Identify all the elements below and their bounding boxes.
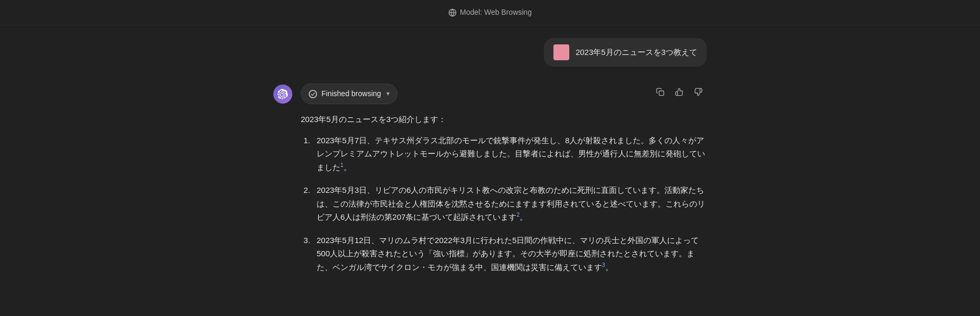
assistant-response-text: 2023年5月のニュースを3つ紹介します： 2023年5月7日、テキサス州ダラス… <box>301 113 707 274</box>
news-item-3: 2023年5月12日、マリのムラ村で2022年3月に行われた5日間の作戦中に、マ… <box>312 234 707 274</box>
copy-button[interactable] <box>652 83 669 100</box>
thumbs-up-button[interactable] <box>671 83 688 100</box>
news-list: 2023年5月7日、テキサス州ダラス北部のモールで銃撃事件が発生し、8人が射殺さ… <box>301 134 707 274</box>
news-item-1-text: 2023年5月7日、テキサス州ダラス北部のモールで銃撃事件が発生し、8人が射殺さ… <box>317 134 707 174</box>
svg-rect-2 <box>659 91 664 96</box>
globe-icon <box>448 8 457 17</box>
chat-container: 2023年5月のニュースを3つ教えて Finished browsing ▾ <box>263 25 717 286</box>
action-icons <box>652 83 707 100</box>
news-item-3-text: 2023年5月12日、マリのムラ村で2022年3月に行われた5日間の作戦中に、マ… <box>317 234 707 274</box>
news-item-1: 2023年5月7日、テキサス州ダラス北部のモールで銃撃事件が発生し、8人が射殺さ… <box>312 134 707 174</box>
top-bar: Model: Web Browsing <box>0 0 980 25</box>
intro-line: 2023年5月のニュースを3つ紹介します： <box>301 113 707 126</box>
assistant-content: Finished browsing ▾ 2023年5月のニュースを3つ紹介します… <box>301 83 707 274</box>
finished-browsing-pill[interactable]: Finished browsing ▾ <box>301 83 397 104</box>
user-message-bubble: 2023年5月のニュースを3つ教えて <box>544 38 707 67</box>
news-item-2-text: 2023年5月3日、リビアの6人の市民がキリスト教への改宗と布教のために死刑に直… <box>317 183 707 224</box>
news-item-2: 2023年5月3日、リビアの6人の市民がキリスト教への改宗と布教のために死刑に直… <box>312 183 707 224</box>
user-avatar <box>553 44 569 60</box>
thumbs-down-button[interactable] <box>690 83 707 100</box>
user-message-text: 2023年5月のニュースを3つ教えて <box>576 46 697 59</box>
chevron-down-icon: ▾ <box>386 89 390 99</box>
browsing-label: Finished browsing <box>321 88 381 100</box>
assistant-avatar <box>273 85 292 104</box>
user-message-row: 2023年5月のニュースを3つ教えて <box>273 38 707 67</box>
assistant-message-row: Finished browsing ▾ 2023年5月のニュースを3つ紹介します… <box>273 83 707 274</box>
model-label: Model: Web Browsing <box>460 6 532 18</box>
check-icon <box>309 90 317 98</box>
